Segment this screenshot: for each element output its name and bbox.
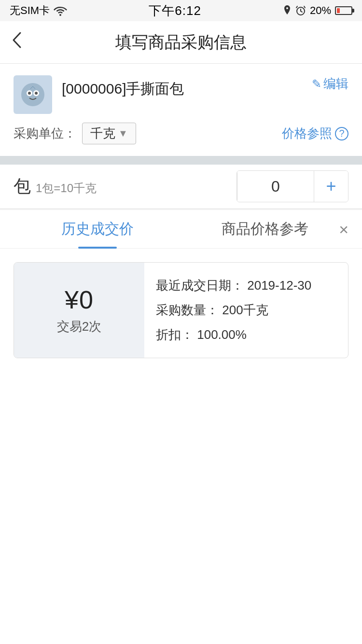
history-price-section: ¥0 交易2次 — [14, 263, 144, 358]
status-bar: 无SIM卡 下午6:12 20% — [0, 0, 362, 21]
product-thumbnail — [14, 75, 52, 114]
status-left: 无SIM卡 — [10, 3, 67, 18]
price-number: 0 — [79, 286, 94, 314]
quantity-row: 包 1包=10千克 0 + — [0, 165, 362, 208]
tabs-header: 历史成交价 商品价格参考 × — [0, 210, 362, 249]
discount-value: 100.00% — [197, 327, 247, 342]
quantity-control: 0 + — [237, 170, 348, 202]
quantity-value[interactable]: 0 — [237, 171, 314, 202]
price-ref-help-icon: ? — [335, 127, 348, 140]
quantity-unit-big: 包 — [14, 175, 31, 198]
tab-price-reference-label: 商品价格参考 — [222, 219, 308, 239]
battery-percent: 20% — [310, 4, 331, 17]
back-button[interactable] — [12, 31, 22, 53]
nav-bar: 填写商品采购信息 — [0, 21, 362, 64]
purchase-quantity-value: 200千克 — [222, 303, 268, 317]
svg-line-3 — [296, 6, 297, 8]
dropdown-arrow-icon: ▼ — [118, 128, 128, 139]
battery-indicator — [335, 6, 352, 15]
svg-point-9 — [35, 92, 38, 95]
edit-button[interactable]: ✎ 编辑 — [312, 75, 348, 92]
price-ref-button[interactable]: 价格参照 ? — [282, 125, 348, 142]
product-meta: 采购单位： 千克 ▼ 价格参照 ? — [14, 123, 348, 144]
unit-selector[interactable]: 千克 ▼ — [82, 123, 136, 144]
status-time: 下午6:12 — [149, 2, 201, 19]
quantity-plus-button[interactable]: + — [314, 171, 348, 202]
purchase-unit-label: 采购单位： — [14, 125, 76, 142]
page-title: 填写商品采购信息 — [115, 31, 247, 54]
product-card: [0000006]手撕面包 ✎ 编辑 采购单位： 千克 ▼ 价格参照 ? — [0, 64, 362, 156]
recent-date-label: 最近成交日期： — [156, 278, 244, 293]
empty-content-area — [0, 358, 362, 644]
recent-date-row: 最近成交日期： 2019-12-30 — [156, 276, 336, 295]
section-divider — [0, 156, 362, 165]
unit-value: 千克 — [90, 125, 115, 142]
product-icon — [20, 82, 46, 108]
purchase-quantity-label: 采购数量： — [156, 303, 219, 317]
currency-symbol: ¥ — [65, 286, 79, 314]
history-trades-count: 交易2次 — [57, 318, 101, 335]
tab-active-indicator — [78, 247, 117, 249]
tabs-panel: 历史成交价 商品价格参考 × ¥0 交易2次 最近成交日期： 2019-12-3… — [0, 210, 362, 358]
quantity-unit-detail: 1包=10千克 — [36, 181, 97, 196]
svg-line-2 — [301, 11, 302, 12]
svg-line-4 — [304, 6, 305, 8]
tab-history-price[interactable]: 历史成交价 — [14, 210, 181, 249]
wifi-icon — [54, 5, 67, 16]
carrier-text: 无SIM卡 — [10, 3, 50, 18]
product-header: [0000006]手撕面包 ✎ 编辑 — [14, 75, 348, 114]
alarm-icon — [295, 5, 306, 16]
discount-row: 折扣： 100.00% — [156, 325, 336, 344]
status-right: 20% — [283, 4, 352, 17]
edit-label: 编辑 — [323, 75, 348, 92]
edit-icon: ✎ — [312, 77, 321, 91]
history-card: ¥0 交易2次 最近成交日期： 2019-12-30 采购数量： 200千克 折… — [14, 262, 348, 358]
recent-date-value: 2019-12-30 — [247, 278, 311, 293]
history-details-section: 最近成交日期： 2019-12-30 采购数量： 200千克 折扣： 100.0… — [144, 263, 348, 358]
history-price-value: ¥0 — [65, 285, 94, 314]
quantity-label: 包 1包=10千克 — [14, 175, 97, 198]
svg-point-8 — [28, 92, 31, 95]
location-icon — [283, 5, 292, 16]
discount-label: 折扣： — [156, 327, 194, 342]
product-left: [0000006]手撕面包 — [14, 75, 184, 114]
product-full-name: [0000006]手撕面包 — [62, 79, 184, 99]
tab-price-reference[interactable]: 商品价格参考 — [181, 210, 348, 249]
purchase-unit-section: 采购单位： 千克 ▼ — [14, 123, 136, 144]
purchase-quantity-row: 采购数量： 200千克 — [156, 301, 336, 320]
tabs-close-button[interactable]: × — [339, 221, 348, 238]
price-ref-label: 价格参照 — [282, 125, 332, 142]
tab-history-price-label: 历史成交价 — [61, 219, 134, 239]
